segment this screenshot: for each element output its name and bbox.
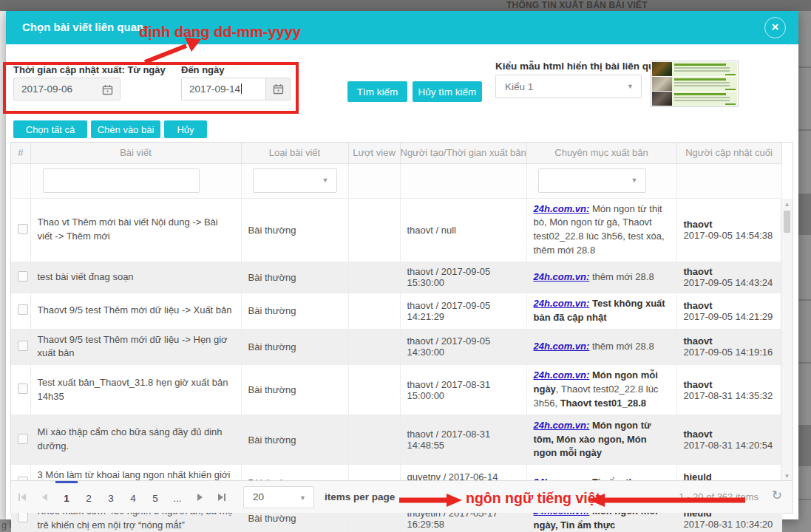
updated-cell: thaovt2017-09-05 14:19:16	[676, 329, 781, 365]
article-type-cell: Bài thường	[241, 365, 348, 415]
category-cell: 24h.com.vn: Test không xuất bản đã cập n…	[526, 293, 676, 329]
date-to-input[interactable]: 2017-09-14	[181, 78, 291, 100]
views-cell	[348, 198, 400, 262]
articles-grid: #Bài viếtLoại bài viếtLượt viewNgười tạo…	[10, 142, 793, 514]
date-from-label: Thời gian cập nhật xuất: Từ ngày	[13, 64, 166, 75]
refresh-icon[interactable]: ↻	[772, 488, 782, 503]
chevron-down-icon: ▼	[322, 177, 329, 184]
date-from-value: 2017-09-06	[21, 83, 72, 95]
page-size-dropdown[interactable]: 20 ▼	[243, 486, 314, 508]
template-style-dropdown[interactable]: Kiểu 1 ▼	[495, 75, 642, 98]
table-row: Mì xào thập cẩm cho bữa sáng đầy đủ dinh…	[11, 415, 781, 465]
chevron-down-icon: ▼	[299, 494, 306, 502]
views-cell	[348, 262, 400, 293]
row-checkbox[interactable]	[18, 224, 28, 234]
category-cell: 24h.com.vn: Món ngon từ tôm, Món xào ngo…	[526, 415, 676, 465]
insert-into-article-button[interactable]: Chèn vào bài	[91, 120, 160, 138]
column-header[interactable]: Loại bài viết	[241, 143, 348, 163]
article-title-cell: Test xuất bản_Thaovt_31.8 hẹn giờ xuất b…	[30, 365, 241, 415]
page-number[interactable]: 4	[122, 481, 144, 513]
row-checkbox[interactable]	[18, 383, 28, 394]
column-header[interactable]: Chuyên mục xuất bản	[526, 143, 676, 163]
row-checkbox[interactable]	[18, 512, 28, 522]
scrollbar-thumb[interactable]	[784, 211, 790, 233]
scroll-down-icon[interactable]: ▼	[781, 473, 793, 480]
views-cell	[348, 293, 400, 329]
page-number[interactable]: 1	[55, 481, 78, 513]
creator-cell: thaovt / null	[400, 198, 526, 262]
column-header[interactable]: Người tạo/Thời gian xuất bản	[400, 143, 526, 163]
row-checkbox[interactable]	[18, 341, 28, 351]
category-cell: 24h.com.vn: Món ngon từ thịt bò, Món ngo…	[526, 198, 676, 262]
site-link[interactable]: 24h.com.vn:	[534, 203, 590, 214]
article-title-cell: test bài viết đnag soạn	[30, 262, 241, 293]
site-link[interactable]: 24h.com.vn:	[534, 341, 590, 352]
title-filter-input[interactable]	[43, 168, 200, 193]
article-title-cell: Thaovt 9/5 test Thêm mới dữ liệu -> Xuất…	[30, 293, 241, 329]
creator-cell: thaovt / 2017-09-05 14:30:00	[400, 329, 526, 365]
column-header[interactable]: Người cập nhật cuối	[676, 143, 781, 163]
background-top-bar: THÔNG TIN XUẤT BẢN BÀI VIẾT	[0, 0, 811, 11]
related-articles-modal: Chọn bài viết liên quan × Thời gian cập …	[6, 11, 798, 519]
annotation-language: ngôn ngữ tiếng việt	[466, 490, 600, 507]
article-type-cell: Bài thường	[241, 415, 348, 465]
site-link[interactable]: 24h.com.vn:	[534, 420, 590, 431]
category-cell: 24h.com.vn: thêm mới 28.8	[526, 262, 676, 293]
template-preview-image	[651, 61, 739, 107]
site-link[interactable]: 24h.com.vn:	[534, 298, 590, 309]
type-filter-dropdown[interactable]: ▼	[253, 168, 337, 193]
category-filter-dropdown[interactable]: ▼	[538, 168, 646, 193]
last-page-icon[interactable]	[211, 481, 233, 513]
search-button[interactable]: Tìm kiếm	[347, 81, 407, 102]
grid-header-row: #Bài viếtLoại bài viếtLượt viewNgười tạo…	[11, 143, 781, 163]
site-link[interactable]: 24h.com.vn:	[534, 271, 590, 282]
row-checkbox[interactable]	[18, 271, 28, 282]
category-cell: 24h.com.vn: thêm mới 28.8	[526, 329, 676, 365]
column-header[interactable]: #	[11, 143, 30, 163]
article-type-cell: Bài thường	[241, 329, 348, 365]
prev-page-icon[interactable]	[33, 481, 55, 513]
column-header[interactable]: Lượt view	[348, 143, 400, 163]
first-page-icon[interactable]	[11, 481, 33, 513]
page-number[interactable]: ...	[166, 481, 189, 513]
updated-cell: thaovt2017-09-05 14:43:24	[676, 262, 781, 293]
views-cell	[348, 329, 400, 365]
updated-cell: thaovt2017-09-05 14:54:38	[676, 198, 781, 262]
date-to-label: Đến ngày	[181, 64, 225, 75]
row-checkbox[interactable]	[18, 434, 28, 444]
site-link[interactable]: 24h.com.vn:	[534, 369, 590, 381]
scroll-up-icon[interactable]: ▲	[781, 201, 793, 208]
column-header[interactable]: Bài viết	[30, 143, 241, 163]
background-page-title: THÔNG TIN XUẤT BẢN BÀI VIẾT	[506, 0, 648, 10]
grid-scrollbar[interactable]: ▲ ▼	[781, 199, 793, 482]
article-title-cell: Mì xào thập cẩm cho bữa sáng đầy đủ dinh…	[30, 415, 241, 465]
updated-cell: thaovt2017-09-05 14:21:29	[676, 293, 781, 329]
updated-cell: thaovt2017-08-31 14:35:32	[676, 365, 781, 415]
grid-pager: 12345... 20 ▼ items per page 1 - 20 of 3…	[11, 480, 793, 513]
select-all-button[interactable]: Chọn tất cả	[13, 120, 87, 138]
chevron-down-icon: ▼	[627, 83, 634, 90]
table-row: Thaovt 9/5 test Thêm mới dữ liệu -> Xuất…	[11, 293, 781, 329]
background-right-strip	[798, 11, 811, 532]
page-number[interactable]: 3	[100, 481, 122, 513]
text-cursor	[241, 83, 242, 94]
cancel-search-button[interactable]: Hủy tìm kiếm	[413, 81, 482, 102]
background-left-sliver	[0, 11, 6, 519]
table-row: Thao vt Thêm mới bài viết Nội dung -> Bà…	[11, 198, 781, 262]
creator-cell: thaovt / 2017-08-31 14:48:55	[400, 415, 526, 465]
calendar-icon[interactable]	[265, 78, 290, 100]
page-number[interactable]: 5	[144, 481, 166, 513]
next-page-icon[interactable]	[189, 481, 211, 513]
row-checkbox[interactable]	[18, 304, 28, 315]
date-from-input[interactable]: 2017-09-06	[13, 78, 121, 100]
category-cell: 24h.com.vn: Món ngon mỗi ngày, Thaovt te…	[526, 365, 676, 415]
page-number[interactable]: 2	[78, 481, 100, 513]
cancel-button[interactable]: Hủy	[164, 120, 207, 138]
article-type-cell: Bài thường	[241, 198, 348, 262]
calendar-icon[interactable]	[102, 84, 113, 98]
views-cell	[348, 365, 400, 415]
chevron-down-icon: ▼	[631, 177, 638, 184]
close-icon[interactable]: ×	[764, 17, 786, 38]
items-per-page-label: items per page	[325, 491, 395, 502]
article-type-cell: Bài thường	[241, 262, 348, 293]
